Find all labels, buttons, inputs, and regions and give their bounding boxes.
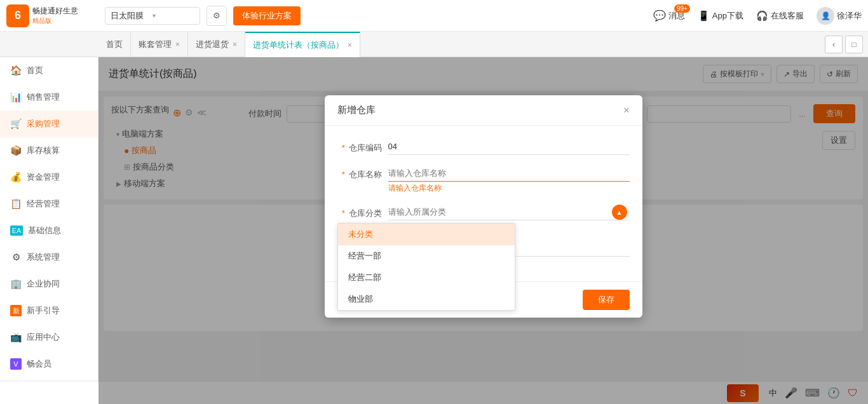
purchase-icon: 🛒 — [10, 118, 22, 130]
logo-text: 畅捷通好生意 精品版 — [32, 6, 78, 25]
modal-overlay: 新增仓库 × * 仓库编码 — [98, 57, 868, 404]
modal-close-btn[interactable]: × — [623, 105, 629, 116]
form-row-code: * 仓库编码 — [337, 138, 630, 155]
category-input[interactable] — [388, 204, 630, 220]
logo-area: 6 畅捷通好生意 精品版 — [6, 4, 105, 27]
sidebar-item-basic[interactable]: EA 基础信息 — [0, 217, 98, 244]
enterprise-icon: 🏢 — [10, 278, 22, 290]
category-dropdown-list: 未分类 经营一部 经营二部 物业部 — [337, 223, 515, 311]
dropdown-item-none[interactable]: 未分类 — [338, 224, 515, 245]
guide-icon: 新 — [10, 305, 22, 316]
basic-icon: EA — [10, 226, 23, 236]
tab-close-purchase-return[interactable]: × — [233, 40, 237, 49]
messages-btn[interactable]: 💬 99+ 消息 — [653, 10, 685, 22]
sidebar-item-operations[interactable]: 📋 经营管理 — [0, 191, 98, 217]
member-icon: V — [10, 358, 22, 370]
name-input[interactable] — [388, 165, 630, 182]
dropdown-item-dept1[interactable]: 经营一部 — [338, 245, 515, 267]
sidebar-item-home[interactable]: 🏠 首页 — [0, 57, 98, 84]
settings-gear-btn[interactable]: ⚙ — [207, 6, 227, 26]
category-field-wrap: ▲ 未分类 经营一部 经营二部 物业部 — [388, 204, 630, 220]
tab-close-accounts[interactable]: × — [175, 40, 180, 49]
sidebar-item-enterprise[interactable]: 🏢 企业协同 — [0, 271, 98, 297]
form-row-category: * 仓库分类 ▲ 未分类 经营一部 经营二部 物业部 — [337, 204, 630, 220]
sales-icon: 📊 — [10, 91, 22, 103]
sidebar-item-sales[interactable]: 📊 销售管理 — [0, 84, 98, 111]
store-dropdown-arrow: ▾ — [153, 12, 194, 19]
sidebar-item-inventory[interactable]: 📦 库存核算 — [0, 137, 98, 164]
sidebar-item-guide[interactable]: 新 新手引导 — [0, 297, 98, 324]
logo-icon: 6 — [6, 4, 29, 27]
name-field-wrap: 请输入仓库名称 — [388, 165, 630, 194]
user-avatar: 👤 — [817, 7, 834, 25]
tab-accounts[interactable]: 账套管理 × — [131, 32, 188, 57]
inventory-icon: 📦 — [10, 145, 22, 156]
finance-icon: 💰 — [10, 172, 22, 183]
tab-next-btn[interactable]: □ — [845, 36, 863, 53]
modal-body: * 仓库编码 * 仓库名称 — [325, 126, 642, 281]
name-label: * 仓库名称 — [337, 165, 388, 180]
tab-purchase-return[interactable]: 进货退货 × — [188, 32, 245, 57]
form-row-name: * 仓库名称 请输入仓库名称 — [337, 165, 630, 194]
online-service-btn[interactable]: 🎧 在线客服 — [756, 10, 804, 22]
sidebar-item-finance[interactable]: 💰 资金管理 — [0, 164, 98, 191]
category-label: * 仓库分类 — [337, 204, 388, 219]
code-field-wrap — [388, 138, 630, 155]
app-center-icon: 📺 — [10, 332, 22, 343]
home-icon: 🏠 — [10, 65, 22, 76]
messages-badge: 99+ — [674, 4, 690, 13]
header-right: 💬 99+ 消息 📱 App下载 🎧 在线客服 👤 徐泽华 — [653, 7, 862, 25]
user-info[interactable]: 👤 徐泽华 — [817, 7, 862, 25]
sidebar-item-purchase[interactable]: 🛒 采购管理 — [0, 111, 98, 137]
tab-home[interactable]: 首页 — [98, 32, 131, 57]
tab-controls: ‹ □ — [825, 36, 868, 53]
category-dropdown-toggle[interactable]: ▲ — [612, 205, 627, 220]
sidebar-item-system[interactable]: ⚙ 系统管理 — [0, 244, 98, 271]
tab-bar: 首页 账套管理 × 进货退货 × 进货单统计表（按商品） × ‹ □ — [0, 32, 868, 57]
trial-button[interactable]: 体验行业方案 — [233, 6, 301, 25]
sidebar-item-member[interactable]: V 畅会员 — [0, 351, 98, 377]
save-btn[interactable]: 保存 — [583, 290, 630, 310]
app-download-btn[interactable]: 📱 App下载 — [698, 10, 743, 22]
required-star2: * — [342, 170, 345, 179]
operations-icon: 📋 — [10, 198, 22, 210]
tab-purchase-stats[interactable]: 进货单统计表（按商品） × — [245, 32, 360, 57]
tab-prev-btn[interactable]: ‹ — [825, 36, 843, 53]
dropdown-item-dept2[interactable]: 经营二部 — [338, 267, 515, 288]
modal-add-warehouse: 新增仓库 × * 仓库编码 — [325, 95, 642, 318]
main-layout: 🏠 首页 📊 销售管理 🛒 采购管理 📦 库存核算 💰 资金管理 📋 经营管理 … — [0, 57, 868, 404]
store-selector[interactable]: 日太阳膜 ▾ — [105, 7, 200, 25]
required-star3: * — [342, 208, 345, 218]
content-area: 进货单统计(按商品) 🖨 按模板打印 ▾ ↗ 导出 ↺ 刷新 — [98, 57, 868, 404]
modal-header: 新增仓库 × — [325, 95, 642, 126]
code-label: * 仓库编码 — [337, 138, 388, 154]
required-star: * — [342, 143, 345, 152]
modal-title: 新增仓库 — [337, 104, 376, 116]
top-header: 6 畅捷通好生意 精品版 日太阳膜 ▾ ⚙ 体验行业方案 💬 99+ 消息 📱 … — [0, 0, 868, 32]
sidebar-item-app-center[interactable]: 📺 应用中心 — [0, 324, 98, 351]
name-error-msg: 请输入仓库名称 — [388, 183, 630, 194]
tab-close-purchase-stats[interactable]: × — [348, 41, 352, 50]
dropdown-item-dept3[interactable]: 物业部 — [338, 288, 515, 310]
code-input[interactable] — [388, 138, 630, 155]
sidebar: 🏠 首页 📊 销售管理 🛒 采购管理 📦 库存核算 💰 资金管理 📋 经营管理 … — [0, 57, 98, 404]
system-icon: ⚙ — [10, 252, 22, 263]
